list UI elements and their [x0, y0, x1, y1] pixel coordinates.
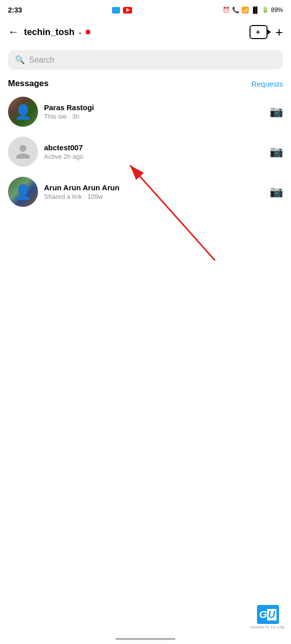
- twitter-icon: [112, 7, 120, 14]
- search-icon: 🔍: [15, 55, 25, 65]
- conversation-list: Paras Rastogi This oie · 3h 📷 abctest007…: [0, 92, 291, 212]
- messages-label: Messages: [8, 79, 48, 89]
- conversation-item-arun[interactable]: Arun Arun Arun Arun Shared a link · 109w…: [4, 172, 287, 212]
- battery-icon: 🔋: [262, 7, 269, 14]
- conv-preview-paras: This oie · 3h: [44, 113, 270, 120]
- search-bar[interactable]: 🔍 Search: [8, 50, 283, 70]
- watermark-u: U: [267, 609, 276, 620]
- status-apps: [112, 7, 132, 14]
- camera-icon-arun[interactable]: 📷: [270, 185, 283, 198]
- avatar-paras: [8, 97, 38, 127]
- signal-icon: ▐▌: [251, 7, 260, 14]
- online-status-dot: [86, 30, 90, 35]
- home-bar: [116, 638, 176, 640]
- conv-name-paras: Paras Rastogi: [44, 103, 270, 112]
- watermark-logo: G U: [257, 605, 279, 624]
- nav-right: + +: [250, 25, 283, 39]
- phone-icon: 📞: [232, 7, 240, 14]
- messages-header: Messages Requests: [0, 74, 291, 92]
- avatar-arun: [8, 177, 38, 207]
- alarm-icon: ⏰: [222, 7, 230, 14]
- conv-preview-abctest: Active 2h ago: [44, 153, 270, 160]
- watermark-g: G: [259, 609, 267, 620]
- search-container: 🔍 Search: [0, 46, 291, 74]
- battery-percent: 89%: [271, 7, 283, 14]
- username-row: techin_tosh ⌄: [24, 27, 90, 38]
- wifi-icon: 📶: [242, 7, 249, 14]
- search-placeholder: Search: [29, 56, 54, 65]
- avatar-abctest: [8, 137, 38, 167]
- default-avatar-icon: [14, 143, 32, 160]
- username-label: techin_tosh: [24, 27, 74, 38]
- conversation-item-paras[interactable]: Paras Rastogi This oie · 3h 📷: [4, 92, 287, 132]
- status-icons: ⏰ 📞 📶 ▐▌ 🔋 89%: [222, 7, 283, 14]
- camera-icon-abctest[interactable]: 📷: [270, 145, 283, 158]
- conv-info-arun: Arun Arun Arun Arun Shared a link · 109w: [44, 183, 270, 200]
- new-message-button[interactable]: +: [276, 26, 283, 39]
- back-button[interactable]: ←: [8, 26, 19, 39]
- conv-name-arun: Arun Arun Arun Arun: [44, 183, 270, 192]
- requests-button[interactable]: Requests: [252, 80, 283, 88]
- new-video-button[interactable]: +: [250, 25, 268, 39]
- chevron-down-icon[interactable]: ⌄: [78, 29, 82, 36]
- conv-info-abctest: abctest007 Active 2h ago: [44, 143, 270, 160]
- status-time: 2:33: [8, 6, 22, 14]
- conversation-item-abctest[interactable]: abctest007 Active 2h ago 📷: [4, 132, 287, 172]
- top-nav: ← techin_tosh ⌄ + +: [0, 18, 291, 46]
- conv-preview-arun: Shared a link · 109w: [44, 193, 270, 200]
- nav-left: ← techin_tosh ⌄: [8, 26, 90, 39]
- video-plus-icon: +: [256, 28, 260, 36]
- conv-info-paras: Paras Rastogi This oie · 3h: [44, 103, 270, 120]
- status-bar: 2:33 ⏰ 📞 📶 ▐▌ 🔋 89%: [0, 0, 291, 18]
- watermark: G U GADGETS TO USE: [250, 605, 285, 629]
- conv-name-abctest: abctest007: [44, 143, 270, 152]
- youtube-icon: [123, 7, 132, 14]
- watermark-label: GADGETS TO USE: [250, 625, 285, 629]
- camera-icon-paras[interactable]: 📷: [270, 105, 283, 118]
